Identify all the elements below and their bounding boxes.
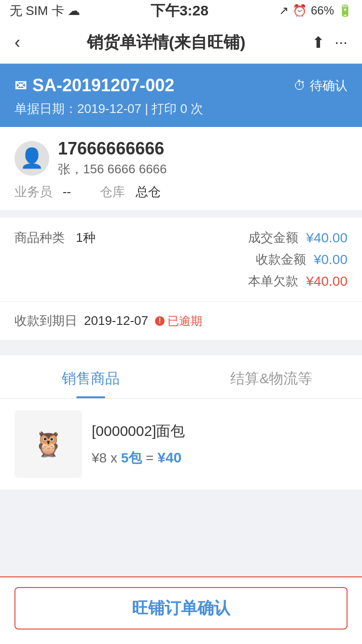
product-price: ¥8 x 5包 = ¥40	[92, 449, 348, 467]
product-type-row: 商品种类 1种	[14, 229, 96, 246]
warehouse-value: 总仓	[136, 184, 161, 199]
battery-icon: 🔋	[338, 4, 352, 17]
customer-details: 17666666666 张，156 6666 6666	[58, 139, 167, 178]
divider-1	[0, 210, 362, 218]
status-right: ↗ ⏰ 66% 🔋	[279, 4, 352, 17]
salesperson-label: 业务员	[14, 184, 52, 199]
page-title: 销货单详情(来自旺铺)	[87, 31, 246, 54]
bottom-spacer	[0, 490, 362, 586]
amount-label-2: 本单欠款	[248, 273, 298, 290]
status-bar: 无 SIM 卡 ☁ 下午3:28 ↗ ⏰ 66% 🔋	[0, 0, 362, 21]
tabs-section: 销售商品 结算&物流等	[0, 355, 362, 399]
order-id-text: SA-20191207-002	[32, 75, 174, 96]
customer-name: 17666666666	[58, 139, 167, 159]
amount-value-1: ¥0.00	[314, 252, 348, 267]
warehouse-label: 仓库	[100, 184, 125, 199]
warehouse-row: 仓库 总仓	[100, 183, 161, 200]
order-status: ⏱ 待确认	[293, 77, 348, 94]
product-type-value: 1种	[76, 230, 95, 245]
product-name: [0000002]面包	[92, 421, 348, 441]
price-total: ¥40	[157, 449, 181, 465]
due-date-section: 收款到期日 2019-12-07 ! 已逾期	[0, 301, 362, 340]
amount-label-1: 收款金额	[256, 251, 306, 268]
overdue-badge: ! 已逾期	[155, 313, 202, 329]
salesperson-value: --	[63, 184, 71, 199]
product-section: 🦉 [0000002]面包 ¥8 x 5包 = ¥40	[0, 399, 362, 490]
salesperson-row: 业务员 --	[14, 183, 71, 200]
price-unit: ¥8 x	[92, 450, 121, 465]
avatar: 👤	[14, 141, 49, 176]
status-text: 待确认	[310, 77, 348, 94]
order-id: ✉ SA-20191207-002	[14, 75, 174, 96]
alarm-icon: ⏰	[292, 4, 307, 17]
amount-row-2: 本单欠款 ¥40.00	[248, 273, 348, 290]
product-thumb-icon: 🦉	[33, 430, 63, 458]
price-quantity: 5包	[121, 450, 142, 465]
back-button[interactable]: ‹	[14, 32, 20, 53]
divider-2	[0, 340, 362, 348]
product-thumbnail: 🦉	[14, 410, 82, 478]
customer-section: 👤 17666666666 张，156 6666 6666 业务员 -- 仓库 …	[0, 127, 362, 210]
clock-icon: ⏱	[293, 78, 306, 93]
nav-bar: ‹ 销货单详情(来自旺铺) ⬆ ···	[0, 21, 362, 64]
summary-left: 商品种类 1种	[14, 229, 96, 246]
customer-sub-name: 张，156 6666 6666	[58, 161, 167, 178]
status-time: 下午3:28	[151, 1, 209, 21]
bottom-bar: 旺铺订单确认	[0, 576, 362, 644]
share-icon[interactable]: ⬆	[312, 33, 325, 52]
product-row: 🦉 [0000002]面包 ¥8 x 5包 = ¥40	[14, 410, 348, 478]
overdue-dot-icon: !	[155, 316, 165, 326]
product-type-label: 商品种类	[14, 230, 65, 245]
header-card: ✉ SA-20191207-002 ⏱ 待确认 单据日期：2019-12-07 …	[0, 64, 362, 127]
mail-icon: ✉	[14, 77, 27, 94]
tab-settlement[interactable]: 结算&物流等	[181, 355, 362, 398]
header-id-row: ✉ SA-20191207-002 ⏱ 待确认	[14, 75, 348, 96]
due-label: 收款到期日	[14, 312, 77, 329]
sim-status: 无 SIM 卡 ☁	[10, 2, 80, 19]
battery-status: 66%	[311, 4, 334, 17]
price-equals: =	[142, 450, 157, 465]
confirm-order-button[interactable]: 旺铺订单确认	[14, 587, 348, 630]
overdue-text: 已逾期	[167, 313, 202, 329]
customer-meta: 业务员 -- 仓库 总仓	[14, 183, 348, 200]
due-date-value: 2019-12-07	[84, 313, 148, 328]
order-date: 单据日期：2019-12-07 | 打印 0 次	[14, 100, 348, 117]
navigation-icon: ↗	[279, 4, 289, 17]
amount-value-0: ¥40.00	[306, 230, 348, 246]
summary-right: 成交金额 ¥40.00 收款金额 ¥0.00 本单欠款 ¥40.00	[248, 229, 348, 290]
amount-row-0: 成交金额 ¥40.00	[248, 229, 348, 246]
amount-label-0: 成交金额	[248, 229, 298, 246]
tab-sales-products[interactable]: 销售商品	[0, 355, 181, 398]
status-left: 无 SIM 卡 ☁	[10, 2, 80, 19]
avatar-icon: 👤	[20, 147, 44, 169]
amount-value-2: ¥40.00	[306, 274, 348, 289]
amount-row-1: 收款金额 ¥0.00	[256, 251, 348, 268]
customer-top: 👤 17666666666 张，156 6666 6666	[14, 139, 348, 178]
product-info: [0000002]面包 ¥8 x 5包 = ¥40	[92, 421, 348, 467]
summary-section: 商品种类 1种 成交金额 ¥40.00 收款金额 ¥0.00 本单欠款 ¥40.…	[0, 218, 362, 301]
more-icon[interactable]: ···	[334, 33, 348, 51]
nav-right-actions: ⬆ ···	[312, 33, 348, 52]
